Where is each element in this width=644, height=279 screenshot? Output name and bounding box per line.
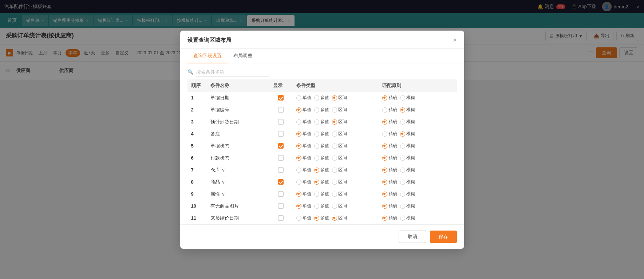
dialog-overlay: 设置查询区域布局 × 查询字段设置 布局调整 🔍 顺序 条件名称 — [0, 0, 644, 80]
settings-dialog: 设置查询区域布局 × 查询字段设置 布局调整 🔍 顺序 条件名称 — [180, 31, 464, 80]
col-name-header: 条件名称 — [207, 79, 269, 80]
table-header-row: 顺序 条件名称 显示 条件类型 匹配原则 — [187, 79, 457, 80]
dialog-tabs: 查询字段设置 布局调整 — [180, 49, 464, 63]
search-icon: 🔍 — [187, 69, 193, 75]
col-order-header: 顺序 — [187, 79, 207, 80]
tab-layout-adjust[interactable]: 布局调整 — [228, 49, 258, 63]
dialog-header: 设置查询区域布局 × — [180, 31, 464, 49]
col-match-header: 匹配原则 — [379, 79, 457, 80]
dialog-title: 设置查询区域布局 — [187, 37, 231, 44]
dialog-search-area: 🔍 — [180, 63, 464, 79]
dialog-close-button[interactable]: × — [453, 36, 457, 44]
dialog-table-wrap: 顺序 条件名称 显示 条件类型 匹配原则 1单据日期单值多值区间精确模糊2单据编… — [180, 79, 464, 80]
col-show-header: 显示 — [269, 79, 293, 80]
tab-query-fields[interactable]: 查询字段设置 — [187, 49, 228, 63]
col-type-header: 条件类型 — [293, 79, 379, 80]
search-input[interactable] — [196, 68, 269, 76]
conditions-table: 顺序 条件名称 显示 条件类型 匹配原则 1单据日期单值多值区间精确模糊2单据编… — [187, 79, 457, 80]
